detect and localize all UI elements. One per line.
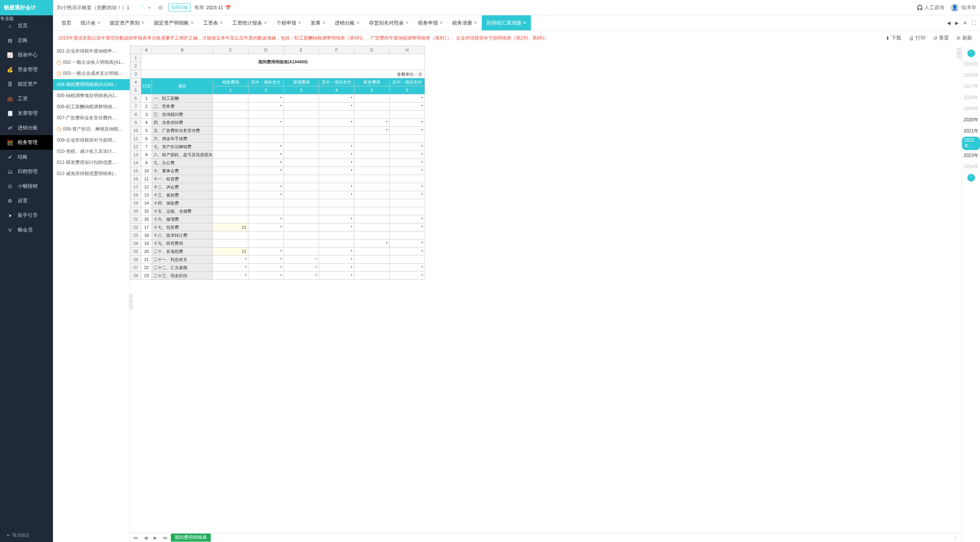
col-header[interactable]: E bbox=[284, 46, 319, 54]
col-header[interactable]: H bbox=[390, 46, 425, 54]
sheet-tab-more[interactable]: ⋮ bbox=[949, 535, 962, 540]
switch-old-version-button[interactable]: 切到旧版 bbox=[169, 3, 191, 12]
sheet-tab-active[interactable]: 期间费用明细表 bbox=[171, 534, 211, 542]
tab-统计表[interactable]: 统计表✕ bbox=[76, 15, 105, 30]
sidebar-item-invoice[interactable]: 🧾发票管理 bbox=[0, 106, 53, 121]
col-header[interactable]: B bbox=[152, 46, 213, 54]
close-icon[interactable]: ✕ bbox=[264, 20, 267, 25]
tab-prev-button[interactable]: ◀ bbox=[947, 20, 950, 26]
form-item[interactable]: 012-减免所得税优惠明细表(... bbox=[53, 168, 130, 179]
add-account-button[interactable]: ＋ bbox=[147, 4, 152, 11]
form-item[interactable]: 001-企业所得税年度纳税申... bbox=[53, 46, 130, 57]
close-icon[interactable]: ✕ bbox=[190, 20, 194, 25]
sidebar-item-promo[interactable]: G小畅报销 bbox=[0, 179, 53, 193]
pin-icon: ⇤ bbox=[7, 533, 10, 538]
close-icon[interactable]: ✕ bbox=[298, 20, 301, 25]
col-header[interactable]: F bbox=[319, 46, 354, 54]
tab-fullscreen-button[interactable]: ⛶ bbox=[972, 20, 976, 26]
year-scroll-down-button[interactable]: ˅ bbox=[967, 174, 975, 182]
sidebar-item-vip[interactable]: V畅会员 bbox=[0, 223, 53, 237]
sheet-tab-prev[interactable]: ◀ bbox=[141, 535, 150, 540]
form-item[interactable]: 007-广告费和业务宣传费跨... bbox=[53, 112, 130, 124]
form-item[interactable]: ?008-资产折旧、摊销及纳税... bbox=[53, 124, 130, 135]
form-item[interactable]: 005-纳税调整项目明细表(A1... bbox=[53, 90, 130, 101]
close-icon[interactable]: ✕ bbox=[356, 20, 360, 25]
expand-sheet-button[interactable]: › bbox=[957, 48, 962, 59]
sidebar-item-fund[interactable]: 💰资金管理 bbox=[0, 62, 53, 77]
form-item[interactable]: 010-免税、减计收入及加计... bbox=[53, 146, 130, 157]
sidebar-item-tax[interactable]: 🧮税务管理 bbox=[0, 135, 53, 150]
close-icon[interactable]: ✕ bbox=[474, 20, 477, 25]
sheet-tab-first[interactable]: ⏮ bbox=[130, 535, 141, 540]
brand-edition: 专业版 bbox=[0, 15, 53, 22]
tab-进销台账[interactable]: 进销台账✕ bbox=[330, 15, 364, 30]
sidebar-item-ledger[interactable]: ▤总账 bbox=[0, 33, 53, 48]
col-header[interactable]: A bbox=[141, 46, 152, 54]
account-selector[interactable]: 刘小艳演示账套（勿删勿动！）1 ˅ bbox=[57, 4, 144, 11]
tab-税务申报[interactable]: 税务申报✕ bbox=[413, 15, 448, 30]
tab-所得税汇算清缴[interactable]: 所得税汇算清缴✕ bbox=[482, 15, 531, 30]
headset-icon: 🎧 bbox=[917, 5, 923, 10]
tab-工资表[interactable]: 工资表✕ bbox=[198, 15, 228, 30]
tab-税务清册[interactable]: 税务清册✕ bbox=[448, 15, 482, 30]
year-option[interactable]: 2020年 bbox=[962, 114, 980, 126]
form-item[interactable]: 009-企业所得税弥补亏损明... bbox=[53, 135, 130, 146]
sidebar-pin-toggle[interactable]: ⇤ 取消固定 bbox=[0, 529, 53, 542]
sidebar-item-archive[interactable]: 🗂归档管理 bbox=[0, 164, 53, 179]
tab-close-button[interactable]: ✕ bbox=[963, 20, 967, 26]
tab-个税申报[interactable]: 个税申报✕ bbox=[272, 15, 306, 30]
form-item[interactable]: 011-研发费用加计扣除优惠... bbox=[53, 157, 130, 168]
sidebar-item-asset[interactable]: 🗄固定资产 bbox=[0, 77, 53, 91]
year-option: 2019年 bbox=[962, 103, 980, 114]
close-icon[interactable]: ✕ bbox=[141, 20, 145, 25]
year-option[interactable]: 2021年 bbox=[962, 126, 980, 137]
period-value[interactable]: 2023-11 bbox=[206, 5, 223, 10]
close-icon[interactable]: ✕ bbox=[440, 20, 443, 25]
col-header[interactable]: G bbox=[354, 46, 390, 54]
close-icon[interactable]: ✕ bbox=[97, 20, 101, 25]
brand-name: 畅捷通好会计 bbox=[4, 4, 36, 11]
tab-存货别名对照表[interactable]: 存货别名对照表✕ bbox=[364, 15, 413, 30]
close-icon[interactable]: ✕ bbox=[405, 20, 409, 25]
account-settings-button[interactable]: ⚙ bbox=[158, 5, 163, 11]
user-menu[interactable]: 👤 徐泽华 bbox=[950, 3, 976, 12]
reset-icon: ↺ bbox=[933, 35, 937, 41]
close-icon[interactable]: ✕ bbox=[523, 20, 526, 25]
sidebar-item-settings[interactable]: ⚙设置 bbox=[0, 193, 53, 208]
sidebar-item-inout[interactable]: ⇄进销台账 bbox=[0, 121, 53, 135]
form-item[interactable]: 006-职工薪酬纳税调整明细... bbox=[53, 101, 130, 112]
table-row: 61一、职工薪酬*** bbox=[131, 94, 425, 102]
sidebar-item-close[interactable]: ✔结账 bbox=[0, 150, 53, 164]
spreadsheet[interactable]: ABCDEFGH1期间费用明细表(A104000)23金额单位：元4行次项目销售… bbox=[130, 46, 425, 280]
sidebar-item-salary[interactable]: 💼工资 bbox=[0, 91, 53, 106]
sidebar-item-guide[interactable]: ➤新手引导 bbox=[0, 208, 53, 223]
tab-next-button[interactable]: ▶ bbox=[955, 20, 959, 26]
sidebar-item-chart[interactable]: 📈报表中心 bbox=[0, 48, 53, 62]
tab-固定资产明细账[interactable]: 固定资产明细账✕ bbox=[149, 15, 198, 30]
tab-工资统计报表[interactable]: 工资统计报表✕ bbox=[228, 15, 272, 30]
form-item[interactable]: ?003-一般企业成本支出明细... bbox=[53, 68, 130, 79]
tab-发票[interactable]: 发票✕ bbox=[306, 15, 330, 30]
download-button[interactable]: ⬇下载 bbox=[886, 35, 901, 41]
calendar-icon[interactable]: 📅 bbox=[225, 5, 231, 10]
print-button[interactable]: 🖨打印 bbox=[909, 35, 925, 41]
col-header[interactable]: D bbox=[248, 46, 284, 54]
form-item[interactable]: ?002-一般企业收入明细表(A1... bbox=[53, 57, 130, 68]
support-button[interactable]: 🎧 人工咨询 bbox=[917, 4, 944, 11]
close-icon[interactable]: ✕ bbox=[322, 20, 326, 25]
reset-button[interactable]: ↺重置 bbox=[933, 35, 949, 41]
table-row: 83三、咨询顾问费 bbox=[131, 111, 425, 119]
year-option[interactable]: 2023年 bbox=[962, 150, 980, 161]
inout-icon: ⇄ bbox=[7, 125, 13, 131]
year-scroll-up-button[interactable]: ˄ bbox=[967, 50, 975, 57]
refresh-button[interactable]: ⟳刷新 bbox=[957, 35, 972, 41]
tab-固定资产类别[interactable]: 固定资产类别✕ bbox=[105, 15, 149, 30]
sheet-tab-last[interactable]: ⏭ bbox=[160, 535, 171, 540]
col-header[interactable]: C bbox=[213, 46, 248, 54]
year-option[interactable]: 2022年 bbox=[962, 137, 980, 150]
salary-icon: 💼 bbox=[7, 96, 13, 102]
tab-首页[interactable]: 首页 bbox=[57, 15, 76, 30]
sheet-tab-next[interactable]: ▶ bbox=[150, 535, 160, 540]
close-icon[interactable]: ✕ bbox=[220, 20, 223, 25]
form-item[interactable]: 004-期间费用明细表(A1040... bbox=[53, 79, 130, 90]
